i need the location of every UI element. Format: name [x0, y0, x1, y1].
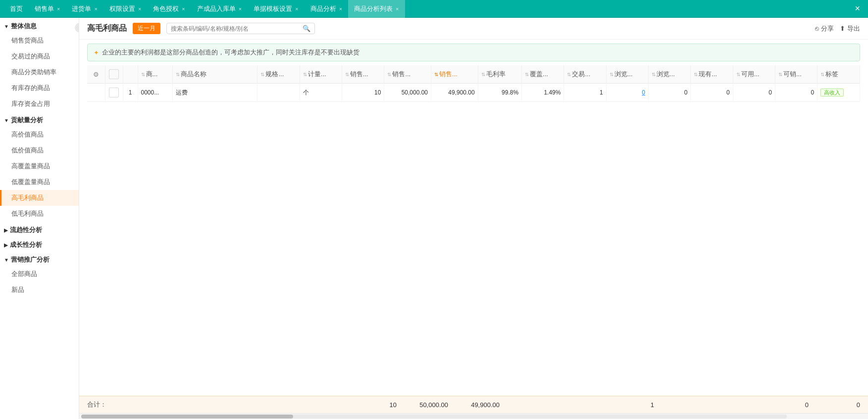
- row-coverage: 1.49%: [522, 84, 564, 102]
- export-icon: ⬆: [840, 25, 845, 32]
- window-close-button[interactable]: ×: [851, 3, 864, 14]
- nav-sales[interactable]: 销售单 ×: [29, 0, 66, 18]
- nav-purchase-close[interactable]: ×: [94, 6, 97, 12]
- sidebar-section-contribution[interactable]: ▼ 贡献量分析: [0, 112, 79, 127]
- section-arrow-flow: ▶: [4, 228, 8, 233]
- sidebar-section-flow[interactable]: ▶ 流趋性分析: [0, 222, 79, 236]
- row-settings: [87, 84, 105, 102]
- nav-product-entry-close[interactable]: ×: [239, 6, 242, 12]
- col-checkbox[interactable]: [105, 65, 123, 84]
- nav-purchase[interactable]: 进货单 ×: [66, 0, 103, 18]
- search-icon[interactable]: 🔍: [303, 25, 310, 32]
- sidebar-item-low-coverage[interactable]: 低覆盖量商品: [0, 174, 79, 190]
- sidebar-item-low-value[interactable]: 低价值商品: [0, 142, 79, 158]
- info-bar: ✦ 企业的主要的利润都是这部分商品创造的，可考虑加大推广，同时关注库存是不要出现…: [87, 44, 860, 61]
- nav-goods-analysis-close[interactable]: ×: [339, 6, 342, 12]
- share-icon: ⎋: [815, 25, 819, 32]
- sidebar-item-high-value[interactable]: 高价值商品: [0, 127, 79, 142]
- nav-permission[interactable]: 权限设置 ×: [103, 0, 147, 18]
- col-tag[interactable]: ⇅标签: [817, 65, 860, 84]
- share-button[interactable]: ⎋ 分享: [815, 24, 834, 33]
- row-gross-margin: 99.8%: [478, 84, 521, 102]
- data-table: ⚙ ⇅商... ⇅商品名称 ⇅规格... ⇅计量... ⇅销售... ⇅销售..…: [87, 65, 860, 102]
- row-tag: 高收入: [817, 84, 860, 102]
- col-browse2[interactable]: ⇅浏览...: [649, 65, 691, 84]
- footer-sales-profit: 49,900.00: [460, 401, 500, 409]
- info-icon: ✦: [94, 49, 99, 56]
- col-code[interactable]: ⇅商...: [138, 65, 173, 84]
- sidebar-section-growth[interactable]: ▶ 成长性分析: [0, 236, 79, 251]
- filter-month-button[interactable]: 近一月: [133, 23, 160, 34]
- search-input[interactable]: [171, 25, 303, 32]
- sidebar-section-marketing[interactable]: ▼ 营销推广分析: [0, 251, 79, 266]
- row-code: 0000...: [138, 84, 173, 102]
- sidebar-item-category-rate[interactable]: 商品分类助销率: [0, 64, 79, 80]
- row-spec: [257, 84, 300, 102]
- nav-goods-analysis[interactable]: 商品分析 ×: [305, 0, 348, 18]
- nav-role[interactable]: 角色授权 ×: [147, 0, 191, 18]
- top-navigation: 首页 销售单 × 进货单 × 权限设置 × 角色授权 × 产成品入库单 × 单据…: [0, 0, 868, 18]
- sidebar-item-traded-goods[interactable]: 交易过的商品: [0, 48, 79, 64]
- col-sales-amount[interactable]: ⇅销售...: [384, 65, 431, 84]
- sidebar-item-stocked-goods[interactable]: 有库存的商品: [0, 80, 79, 96]
- section-arrow-marketing: ▼: [4, 257, 9, 263]
- sidebar-item-high-coverage[interactable]: 高覆盖量商品: [0, 158, 79, 174]
- row-browse2: 0: [649, 84, 691, 102]
- content-header: 高毛利商品 近一月 🔍 ⎋ 分享 ⬆ 导出: [79, 18, 868, 40]
- row-name: 运费: [173, 84, 257, 102]
- nav-goods-analysis-list-close[interactable]: ×: [396, 6, 399, 12]
- nav-role-close[interactable]: ×: [182, 6, 185, 12]
- col-unit[interactable]: ⇅计量...: [300, 65, 342, 84]
- col-sales-profit[interactable]: ⇅销售...: [431, 65, 478, 84]
- sidebar-item-stock-capital[interactable]: 库存资金占用: [0, 96, 79, 112]
- horizontal-scrollbar[interactable]: [79, 413, 868, 419]
- nav-home[interactable]: 首页: [4, 0, 29, 18]
- col-name[interactable]: ⇅商品名称: [173, 65, 257, 84]
- footer-transaction: 1: [614, 401, 654, 409]
- col-settings[interactable]: ⚙: [87, 65, 105, 84]
- nav-product-entry[interactable]: 产成品入库单 ×: [191, 0, 248, 18]
- sidebar: 《 ▼ 整体信息 销售货商品 交易过的商品 商品分类助销率 有库存的商品 库存资…: [0, 18, 79, 419]
- col-sales-count[interactable]: ⇅销售...: [342, 65, 384, 84]
- col-spec[interactable]: ⇅规格...: [257, 65, 300, 84]
- footer-bar: 合计： 10 50,000.00 49,900.00 1 0 0: [79, 396, 868, 413]
- footer-available: 0: [820, 401, 860, 409]
- col-available[interactable]: ⇅可用...: [733, 65, 775, 84]
- sidebar-section-overall[interactable]: ▼ 整体信息: [0, 18, 79, 33]
- sidebar-item-high-margin[interactable]: 高毛利商品: [0, 190, 79, 206]
- col-gross-margin[interactable]: ⇅毛利率: [478, 65, 521, 84]
- total-label: 合计：: [87, 400, 106, 409]
- sidebar-item-all-goods[interactable]: 全部商品: [0, 266, 79, 282]
- content-area: 高毛利商品 近一月 🔍 ⎋ 分享 ⬆ 导出 ✦ 企业的主要的利润都是这部分商品创…: [79, 18, 868, 419]
- export-button[interactable]: ⬆ 导出: [840, 24, 860, 33]
- col-browse1[interactable]: ⇅浏览...: [606, 65, 648, 84]
- footer-sales-count: 10: [357, 401, 397, 409]
- row-browse1[interactable]: 0: [606, 84, 648, 102]
- nav-template-close[interactable]: ×: [295, 6, 298, 12]
- nav-goods-analysis-list[interactable]: 商品分析列表 ×: [348, 0, 405, 18]
- search-box: 🔍: [166, 23, 315, 34]
- col-coverage[interactable]: ⇅覆盖...: [522, 65, 564, 84]
- row-checkbox[interactable]: [105, 84, 123, 102]
- row-checkbox-input[interactable]: [109, 88, 119, 97]
- nav-template[interactable]: 单据模板设置 ×: [248, 0, 304, 18]
- row-available: 0: [733, 84, 775, 102]
- table-container[interactable]: ⚙ ⇅商... ⇅商品名称 ⇅规格... ⇅计量... ⇅销售... ⇅销售..…: [79, 65, 868, 396]
- col-index: [123, 65, 138, 84]
- scrollbar-thumb[interactable]: [81, 415, 293, 419]
- row-sales-amount: 50,000.00: [384, 84, 431, 102]
- col-current-stock[interactable]: ⇅现有...: [691, 65, 733, 84]
- nav-permission-close[interactable]: ×: [138, 6, 141, 12]
- col-sellable[interactable]: ⇅可销...: [775, 65, 817, 84]
- col-transaction[interactable]: ⇅交易...: [564, 65, 606, 84]
- scrollbar-track: [81, 415, 787, 419]
- row-sales-count: 10: [342, 84, 384, 102]
- sidebar-item-sales-goods[interactable]: 销售货商品: [0, 33, 79, 48]
- nav-sales-close[interactable]: ×: [57, 6, 60, 12]
- settings-icon[interactable]: ⚙: [93, 71, 99, 78]
- row-current-stock: 0: [691, 84, 733, 102]
- header-checkbox[interactable]: [109, 69, 119, 79]
- section-arrow-growth: ▶: [4, 242, 8, 248]
- sidebar-item-low-margin[interactable]: 低毛利商品: [0, 206, 79, 222]
- sidebar-item-new-goods[interactable]: 新品: [0, 282, 79, 298]
